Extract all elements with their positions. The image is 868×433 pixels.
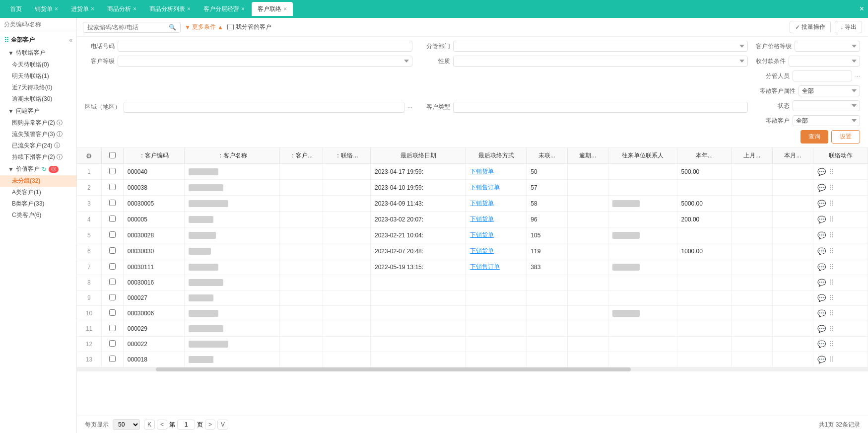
- cell-check[interactable]: [101, 180, 123, 196]
- phone-icon[interactable]: 💬: [817, 184, 826, 192]
- row-checkbox[interactable]: [109, 216, 116, 222]
- phone-icon[interactable]: 💬: [817, 216, 826, 223]
- row-checkbox[interactable]: [109, 294, 116, 300]
- cell-method[interactable]: [466, 321, 527, 337]
- col-settings[interactable]: ⚙: [77, 148, 101, 164]
- more-icon[interactable]: ⠿: [829, 168, 834, 176]
- sidebar-item-ungroup[interactable]: 未分组(32): [0, 175, 76, 187]
- select-payment[interactable]: [789, 56, 860, 67]
- sidebar-item-churn-warning[interactable]: 流失预警客户(3) ⓘ: [0, 129, 76, 140]
- batch-op-button[interactable]: ✓ 批量操作: [790, 21, 831, 33]
- prev-page-button[interactable]: <: [157, 420, 167, 430]
- my-customers-checkbox[interactable]: [227, 24, 234, 30]
- sidebar-item-class-b[interactable]: B类客户(33): [0, 198, 76, 210]
- cell-check[interactable]: [101, 352, 123, 367]
- row-checkbox[interactable]: [109, 356, 116, 362]
- close-customer-layer-icon[interactable]: ×: [241, 5, 245, 12]
- sidebar-item-tomorrow[interactable]: 明天待联络(1): [0, 71, 76, 82]
- cell-check[interactable]: [101, 164, 123, 180]
- phone-icon[interactable]: 💬: [817, 247, 826, 255]
- more-icon[interactable]: ⠿: [829, 294, 834, 302]
- cell-method[interactable]: [466, 275, 527, 290]
- horizontal-scrollbar[interactable]: [77, 367, 868, 371]
- more-icon[interactable]: ⠿: [829, 340, 834, 348]
- close-purchase-icon[interactable]: ×: [91, 5, 94, 12]
- more-icon[interactable]: ⠿: [829, 325, 834, 333]
- sidebar-search-input[interactable]: [4, 21, 77, 28]
- export-button[interactable]: ↓ 导出: [835, 21, 862, 33]
- phone-icon[interactable]: 💬: [817, 294, 826, 302]
- manager-dots-icon[interactable]: ···: [855, 72, 860, 79]
- row-checkbox[interactable]: [109, 340, 116, 347]
- row-checkbox[interactable]: [109, 247, 116, 254]
- tab-product-analysis-list[interactable]: 商品分析列表 ×: [143, 2, 197, 16]
- cell-method[interactable]: [466, 306, 527, 321]
- select-scatter[interactable]: 全部: [793, 115, 860, 126]
- cell-method[interactable]: 下销货单: [466, 196, 527, 212]
- page-number-input[interactable]: [177, 420, 195, 430]
- cell-method[interactable]: 下销货单: [466, 212, 527, 227]
- row-checkbox[interactable]: [109, 200, 116, 206]
- select-price-level[interactable]: [795, 41, 860, 52]
- tab-customer-layer[interactable]: 客户分层经营 ×: [198, 2, 251, 16]
- method-link[interactable]: 下销货单: [470, 200, 494, 207]
- cell-check[interactable]: [101, 337, 123, 352]
- search-icon[interactable]: 🔍: [169, 24, 176, 31]
- sidebar-category-value[interactable]: ▼ 价值客户 ↻ ⓪: [0, 163, 76, 175]
- sidebar-item-churned[interactable]: 已流失客户(24) ⓘ: [0, 140, 76, 151]
- method-link[interactable]: 下销售订单: [470, 263, 500, 270]
- phone-icon[interactable]: 💬: [817, 231, 826, 239]
- sidebar-category-problem[interactable]: ▼ 问题客户: [0, 105, 76, 117]
- phone-icon[interactable]: 💬: [817, 340, 826, 348]
- tab-purchase[interactable]: 进货单 ×: [65, 2, 100, 16]
- next-page-button[interactable]: >: [205, 420, 215, 430]
- scroll-thumb[interactable]: [156, 367, 630, 371]
- method-link[interactable]: 下销货单: [470, 168, 494, 175]
- input-manager[interactable]: [793, 71, 852, 81]
- phone-icon[interactable]: 💬: [817, 356, 826, 363]
- cell-method[interactable]: [466, 290, 527, 306]
- method-link[interactable]: 下销货单: [470, 231, 494, 238]
- last-page-button[interactable]: V: [217, 420, 228, 430]
- more-conditions-btn[interactable]: ▼ 更多条件 ▲: [185, 23, 223, 31]
- method-link[interactable]: 下销货单: [470, 247, 494, 254]
- cell-check[interactable]: [101, 321, 123, 337]
- tab-home[interactable]: 首页: [4, 2, 28, 16]
- my-customers-check[interactable]: 我分管的客户: [227, 23, 271, 31]
- refresh-icon[interactable]: ↻: [42, 166, 47, 173]
- input-region[interactable]: [124, 102, 404, 113]
- cell-method[interactable]: 下销售订单: [466, 180, 527, 196]
- sidebar-all-customers[interactable]: ⠿ 全部客户 «: [0, 33, 76, 47]
- phone-icon[interactable]: 💬: [817, 279, 826, 287]
- cell-method[interactable]: 下销售订单: [466, 259, 527, 275]
- select-nature[interactable]: [453, 56, 748, 67]
- cell-check[interactable]: [101, 212, 123, 227]
- sidebar-category-pending[interactable]: ▼ 待联络客户: [0, 47, 76, 59]
- region-dots-icon[interactable]: ···: [407, 104, 412, 111]
- select-dept[interactable]: [453, 41, 748, 52]
- cell-check[interactable]: [101, 275, 123, 290]
- phone-icon[interactable]: 💬: [817, 168, 826, 176]
- cell-method[interactable]: 下销货单: [466, 164, 527, 180]
- sidebar-item-class-c[interactable]: C类客户(6): [0, 210, 76, 221]
- method-link[interactable]: 下销售订单: [470, 184, 500, 191]
- cell-check[interactable]: [101, 306, 123, 321]
- input-phone[interactable]: [118, 41, 412, 52]
- select-status[interactable]: [793, 100, 860, 111]
- sidebar-item-abnormal[interactable]: 囤购异常客户(2) ⓘ: [0, 117, 76, 129]
- page-size-select[interactable]: 50 100 200: [113, 419, 140, 430]
- sidebar-collapse-icon[interactable]: «: [69, 37, 72, 44]
- more-icon[interactable]: ⠿: [829, 216, 834, 223]
- row-checkbox[interactable]: [109, 279, 116, 285]
- close-sales-icon[interactable]: ×: [55, 5, 58, 12]
- tab-sales[interactable]: 销货单 ×: [29, 2, 64, 16]
- check-all-checkbox[interactable]: [109, 152, 116, 158]
- close-product-analysis-icon[interactable]: ×: [133, 5, 136, 12]
- phone-icon[interactable]: 💬: [817, 263, 826, 271]
- row-checkbox[interactable]: [109, 325, 116, 331]
- sidebar-item-today[interactable]: 今天待联络(0): [0, 59, 76, 71]
- row-checkbox[interactable]: [109, 309, 116, 316]
- close-customer-contact-icon[interactable]: ×: [283, 5, 287, 12]
- query-button[interactable]: 查询: [801, 130, 828, 144]
- phone-icon[interactable]: 💬: [817, 309, 826, 317]
